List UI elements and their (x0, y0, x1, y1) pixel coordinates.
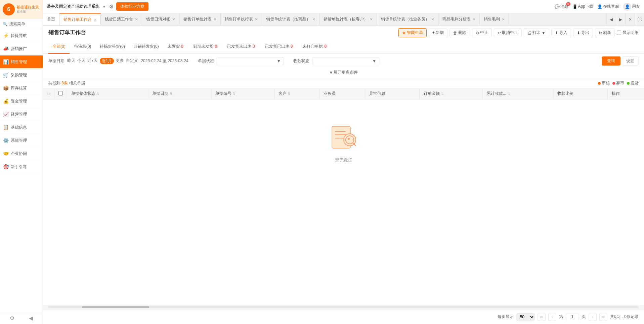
date-today[interactable]: 今天 (77, 58, 85, 64)
header-settings-icon[interactable]: ⚙ (109, 3, 114, 10)
sidebar-item-system[interactable]: ⚙️ 系统管理 (0, 134, 43, 147)
sidebar-item-marketing[interactable]: 📣 营销推广 (0, 42, 43, 55)
ship-action[interactable]: 发货 (627, 80, 639, 86)
table-container[interactable]: ⠿ 单据整体状态 ⇅ 单据日期 ⇅ (43, 88, 644, 305)
inner-tab-pending-review[interactable]: 待审核(0) (70, 40, 95, 54)
page-number-input[interactable] (566, 314, 579, 320)
date-custom[interactable]: 自定义 (126, 58, 138, 64)
tab-sales-summary-product[interactable]: 销货单统计表（按商品） ✕ (262, 13, 319, 26)
prev-page-btn[interactable]: ‹ (548, 313, 556, 321)
tab-close-icon[interactable]: ✕ (473, 17, 475, 21)
collapse-icon[interactable]: ◀ (29, 315, 33, 321)
tab-close-icon[interactable]: ✕ (502, 17, 505, 21)
inner-tab-pending-inspect[interactable]: 待拣货验货(0) (96, 40, 129, 54)
scrollbar-track[interactable] (48, 306, 639, 308)
import-button[interactable]: ⬆ 导入 (551, 28, 571, 37)
delete-button[interactable]: 🗑 删除 (449, 28, 470, 37)
select-all-checkbox[interactable] (58, 91, 63, 95)
print-button[interactable]: 🖨 打印 ▼ (524, 28, 549, 37)
doc-status-select[interactable]: ▼ (217, 57, 284, 65)
date-more[interactable]: 更多 (116, 58, 124, 64)
header-dropdown-icon[interactable]: ▼ (102, 4, 106, 9)
per-page-select[interactable]: 10 20 50 100 (516, 313, 535, 321)
inner-tab-all[interactable]: 全部(0) (48, 40, 70, 54)
tab-close-icon[interactable]: ✕ (214, 17, 216, 21)
date-yesterday[interactable]: 昨天 (67, 58, 75, 64)
tab-sales-summary-customer[interactable]: 销货单统计表（按客户） ✕ (319, 13, 377, 26)
show-detail-toggle[interactable]: 显示明细 (617, 30, 639, 36)
next-page-btn[interactable]: › (589, 313, 597, 321)
th-staff[interactable]: 业务员 (319, 88, 365, 99)
sidebar-item-quick-nav[interactable]: ⚡ 快捷导航 (0, 29, 43, 42)
date-1month[interactable]: 近1月 (100, 58, 114, 64)
th-customer[interactable]: 客户 ⇅ (274, 88, 319, 99)
inner-tab-not-shipped[interactable]: 未发货0 (164, 40, 189, 54)
cancel-review-action[interactable]: 弃审 (612, 80, 624, 86)
export-button[interactable]: ⬇ 导出 (573, 28, 593, 37)
inner-tab-shipped-not-in[interactable]: 已发货未出库0 (223, 40, 260, 54)
tab-cash-reconcile[interactable]: 钱货日清对账 ✕ (142, 13, 179, 26)
tab-sales-workbench[interactable]: 销售订单工作台 ✕ (59, 13, 101, 26)
message-icon-item[interactable]: 💬 消息 6 (555, 4, 568, 9)
th-received[interactable]: 累计收款... ⇅ (482, 88, 553, 99)
first-page-btn[interactable]: ≪ (538, 313, 546, 321)
tab-sales-exec[interactable]: 销售订单执行表 ✕ (221, 13, 262, 26)
tab-cash-daily[interactable]: 钱货日清工作台 ✕ (101, 13, 142, 26)
th-checkbox[interactable] (54, 88, 67, 99)
app-download-item[interactable]: 📱 App下载 (572, 4, 593, 9)
tab-close-icon[interactable]: ✕ (94, 18, 96, 22)
sidebar-item-base[interactable]: 📋 基础信息 (0, 121, 43, 134)
tab-close-icon[interactable]: ✕ (431, 17, 434, 21)
sidebar-item-inventory[interactable]: 📦 库存核算 (0, 82, 43, 95)
th-amount[interactable]: 订单金额 ⇅ (420, 88, 483, 99)
tab-close-all-btn[interactable]: ✕ (625, 13, 635, 26)
horizontal-scrollbar[interactable] (43, 305, 644, 309)
inner-tab-shipped-in[interactable]: 已发货已出库0 (261, 40, 298, 54)
tab-next-btn[interactable]: ▶ (616, 13, 625, 26)
tab-close-icon[interactable]: ✕ (370, 17, 373, 21)
user-item[interactable]: 👤 用友 (623, 3, 640, 11)
sidebar-item-finance[interactable]: 💰 资金管理 (0, 95, 43, 108)
tab-sales-profit[interactable]: 销售毛利 ✕ (480, 13, 509, 26)
add-button[interactable]: + 新增 (429, 28, 447, 37)
show-detail-checkbox[interactable] (617, 31, 621, 35)
sidebar-item-sales[interactable]: 📊 销售管理 (0, 55, 43, 69)
tab-close-icon[interactable]: ✕ (172, 17, 175, 21)
sidebar-search[interactable]: 🔍 搜索菜单 (0, 19, 43, 29)
sidebar-item-purchase[interactable]: 🛒 采购管理 (0, 69, 43, 82)
cancel-stop-button[interactable]: ↩ 取消中止 (494, 28, 522, 37)
last-page-btn[interactable]: ≫ (599, 313, 607, 321)
tab-sales-summary-staff[interactable]: 销货单统计表（按业务员） ✕ (377, 13, 438, 26)
online-service-item[interactable]: 👤 在线客服 (597, 4, 619, 9)
tab-close-icon[interactable]: ✕ (135, 17, 138, 21)
sidebar-item-corp[interactable]: 🤝 企业协同 (0, 147, 43, 160)
scrollbar-thumb[interactable] (82, 306, 149, 308)
payment-status-select[interactable]: ▼ (312, 57, 379, 65)
settings-bottom-icon[interactable]: ⚙ (10, 315, 14, 321)
date-7days[interactable]: 近7天 (87, 58, 98, 64)
th-date[interactable]: 单据日期 ⇅ (148, 88, 211, 99)
expand-more-btn[interactable]: ▼ 展开更多条件 (329, 70, 358, 75)
review-action[interactable]: 审核 (598, 80, 610, 86)
stop-button[interactable]: ⊘ 中止 (472, 28, 492, 37)
tab-prev-btn[interactable]: ◀ (606, 13, 616, 26)
query-button[interactable]: 查询 (602, 56, 620, 66)
tab-home[interactable]: 首页 (43, 13, 59, 26)
smart-gen-button[interactable]: ★ 智能生单 (398, 28, 427, 37)
sidebar-item-guide[interactable]: 🎯 新手引导 (0, 160, 43, 173)
inner-tab-wangpu-ship[interactable]: 旺铺待发货(0) (130, 40, 163, 54)
filter-setting-button[interactable]: 设置 (622, 56, 639, 66)
tab-close-icon[interactable]: ✕ (312, 17, 315, 21)
tab-close-icon[interactable]: ✕ (255, 17, 258, 21)
refresh-button[interactable]: ↻ 刷新 (595, 28, 615, 37)
industry-btn[interactable]: 体验行业方案 (116, 2, 148, 11)
inner-tab-not-printed[interactable]: 未打印单据0 (299, 40, 332, 54)
inner-tab-expired-unship[interactable]: 到期未发货0 (189, 40, 222, 54)
tab-maximize-btn[interactable]: ⛶ (635, 13, 644, 26)
th-status[interactable]: 单据整体状态 ⇅ (67, 88, 148, 99)
tab-gross-margin[interactable]: 商品毛利分析表 ✕ (438, 13, 480, 26)
th-number[interactable]: 单据编号 ⇅ (211, 88, 274, 99)
th-exception[interactable]: 异常信息 (365, 88, 419, 99)
tab-sales-stat[interactable]: 销售订单统计表 ✕ (179, 13, 221, 26)
sidebar-item-operation[interactable]: 📈 经营管理 (0, 108, 43, 121)
